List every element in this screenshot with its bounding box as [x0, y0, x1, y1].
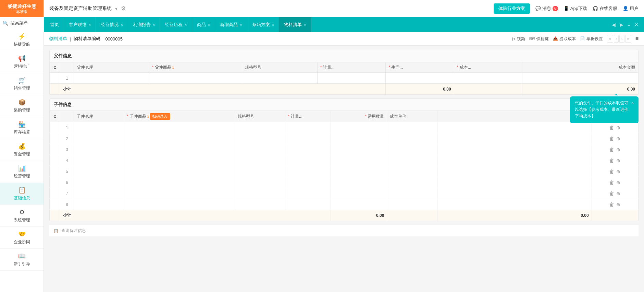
breadcrumb-bom[interactable]: 物料清单 [49, 36, 67, 42]
user-button[interactable]: 👤 用户 [623, 5, 639, 12]
tab-home[interactable]: 首页 [45, 17, 64, 32]
sidebar-item-finance[interactable]: 💰 资金管理 [0, 139, 44, 161]
tab-goods[interactable]: 商品 × [192, 17, 215, 32]
child-warehouse-cell[interactable] [74, 199, 124, 210]
child-warehouse-cell[interactable] [74, 155, 124, 166]
tab-profit-close[interactable]: × [153, 23, 155, 27]
tab-new-goods-close[interactable]: × [240, 23, 242, 27]
tab-goods-close[interactable]: × [208, 23, 210, 27]
child-product-cell[interactable] [124, 166, 235, 177]
child-unit-cell[interactable] [285, 188, 331, 199]
child-unit-cell[interactable] [285, 177, 331, 188]
copy-icon[interactable]: ⊕ [616, 158, 620, 163]
nav-close-icon[interactable]: ✕ [633, 22, 640, 27]
list-view-icon[interactable]: ≡ [635, 36, 639, 42]
sidebar-item-operations[interactable]: 📊 经营管理 [0, 161, 44, 183]
delete-icon[interactable]: 🗑 [609, 158, 614, 163]
child-cost-price-cell[interactable] [387, 155, 437, 166]
child-needed-cell[interactable] [331, 144, 387, 155]
tab-barcode[interactable]: 条码方案 × [247, 17, 279, 32]
child-spec-cell[interactable] [235, 144, 285, 155]
child-gear-icon[interactable]: ⚙ [53, 114, 57, 119]
delete-icon[interactable]: 🗑 [609, 169, 614, 174]
child-unit-cell[interactable] [285, 122, 331, 133]
copy-icon[interactable]: ⊕ [616, 136, 620, 141]
child-unit-cell[interactable] [285, 133, 331, 144]
child-cost-price-cell[interactable] [387, 188, 437, 199]
scan-button[interactable]: 扫码录入 [150, 113, 170, 120]
child-product-cell[interactable] [124, 177, 235, 188]
app-download-button[interactable]: 📱 App下载 [564, 5, 587, 12]
parent-spec-cell[interactable] [242, 73, 318, 84]
child-spec-cell[interactable] [235, 133, 285, 144]
child-spec-cell[interactable] [235, 177, 285, 188]
child-cost-price-cell[interactable] [387, 144, 437, 155]
child-cost-price-cell[interactable] [387, 177, 437, 188]
child-needed-cell[interactable] [331, 188, 387, 199]
tooltip-close-button[interactable]: × [631, 100, 634, 106]
copy-icon[interactable]: ⊕ [616, 202, 620, 207]
child-warehouse-cell[interactable] [74, 177, 124, 188]
delete-icon[interactable]: 🗑 [609, 191, 614, 196]
tab-bom-close[interactable]: × [304, 23, 306, 27]
child-cost-price-cell[interactable] [387, 133, 437, 144]
parent-warehouse-cell[interactable] [74, 73, 149, 84]
tab-history-close[interactable]: × [185, 23, 187, 27]
child-cost-price-cell[interactable] [387, 166, 437, 177]
sidebar-item-system[interactable]: ⚙ 系统管理 [0, 205, 44, 227]
delete-icon[interactable]: 🗑 [609, 136, 614, 141]
child-needed-cell[interactable] [331, 122, 387, 133]
child-product-cell[interactable] [124, 199, 235, 210]
child-unit-cell[interactable] [285, 144, 331, 155]
parent-production-cell[interactable] [386, 73, 454, 84]
shortcut-action[interactable]: ⌨ 快捷键 [529, 36, 549, 42]
child-spec-cell[interactable] [235, 188, 285, 199]
nav-next-icon[interactable]: ▶ [618, 22, 625, 27]
child-needed-cell[interactable] [331, 155, 387, 166]
child-spec-cell[interactable] [235, 166, 285, 177]
product-info-icon[interactable]: ℹ [172, 65, 174, 69]
video-action[interactable]: ▷ 视频 [512, 36, 525, 42]
settings-icon[interactable]: ⚙ [121, 5, 126, 12]
sidebar-item-guide[interactable]: 📖 新手引导 [0, 249, 44, 271]
child-needed-cell[interactable] [331, 166, 387, 177]
tab-customer[interactable]: 客户联络 × [64, 17, 96, 32]
tab-new-goods[interactable]: 新增商品 × [215, 17, 247, 32]
single-settings-action[interactable]: 📄 单据设置 [580, 36, 603, 42]
child-cost-price-cell[interactable] [387, 199, 437, 210]
child-unit-cell[interactable] [285, 155, 331, 166]
sidebar-item-quick-nav[interactable]: ⚡ 快捷导航 [0, 29, 44, 51]
nav-menu-icon[interactable]: ≡ [626, 22, 632, 27]
tab-history[interactable]: 经营历程 × [160, 17, 192, 32]
copy-icon[interactable]: ⊕ [616, 169, 620, 174]
tab-bom[interactable]: 物料清单 × [279, 17, 311, 32]
sidebar-item-basic-info[interactable]: 📋 基础信息 [0, 183, 44, 205]
copy-icon[interactable]: ⊕ [616, 180, 620, 185]
parent-cost-cell[interactable] [454, 73, 522, 84]
sidebar-item-sales[interactable]: 🛒 销售管理 [0, 73, 44, 95]
child-product-cell[interactable] [124, 144, 235, 155]
child-unit-cell[interactable] [285, 199, 331, 210]
page-last-icon[interactable]: » [625, 35, 631, 43]
child-cost-price-cell[interactable] [387, 122, 437, 133]
child-warehouse-cell[interactable] [74, 188, 124, 199]
copy-icon[interactable]: ⊕ [616, 147, 620, 152]
delete-icon[interactable]: 🗑 [609, 180, 614, 185]
child-warehouse-cell[interactable] [74, 122, 124, 133]
sidebar-item-marketing[interactable]: 📢 营销推广 [0, 51, 44, 73]
child-product-cell[interactable] [124, 155, 235, 166]
gear-col-icon[interactable]: ⚙ [53, 65, 57, 70]
child-product-cell[interactable] [124, 133, 235, 144]
child-needed-cell[interactable] [331, 133, 387, 144]
tab-barcode-close[interactable]: × [272, 23, 274, 27]
message-button[interactable]: 💬 消息 6 [535, 5, 558, 12]
child-needed-cell[interactable] [331, 177, 387, 188]
page-first-icon[interactable]: « [607, 35, 613, 43]
child-spec-cell[interactable] [235, 155, 285, 166]
page-prev-icon[interactable]: ‹ [614, 35, 619, 43]
online-service-button[interactable]: 🎧 在线客服 [593, 5, 617, 12]
child-warehouse-cell[interactable] [74, 133, 124, 144]
copy-icon[interactable]: ⊕ [616, 125, 620, 130]
sidebar-item-purchase[interactable]: 📦 采购管理 [0, 95, 44, 117]
nav-prev-icon[interactable]: ◀ [610, 22, 617, 27]
